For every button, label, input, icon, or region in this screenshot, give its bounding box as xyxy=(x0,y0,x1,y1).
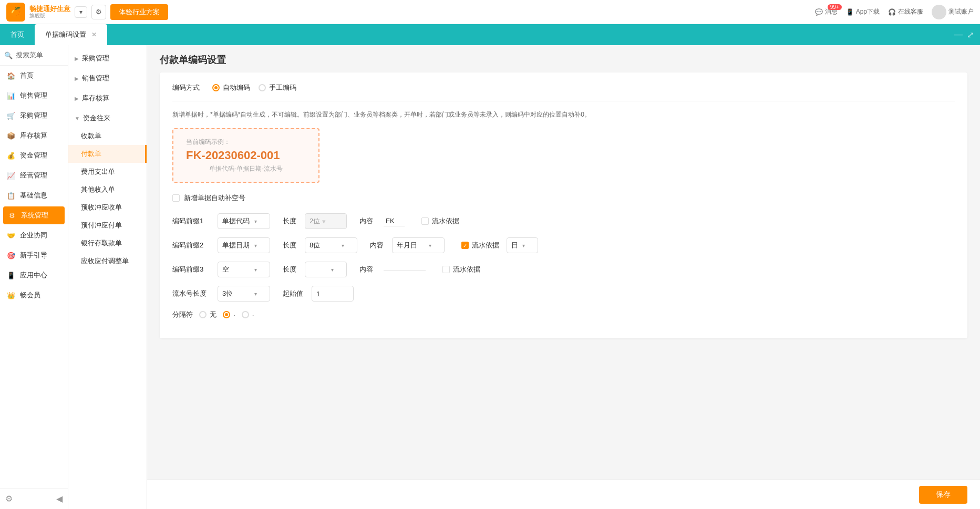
prefix1-arrow-icon: ▾ xyxy=(254,219,257,224)
purchase-icon: 🛒 xyxy=(6,111,16,120)
sep-dot2-option[interactable]: · xyxy=(242,311,254,319)
length1-value: 2位 xyxy=(310,216,320,226)
sidebar-item-operations[interactable]: 📈 经营管理 xyxy=(0,165,68,185)
footer-settings-icon[interactable]: ⚙ xyxy=(5,494,13,504)
user-avatar xyxy=(932,5,946,19)
sidebar-search[interactable]: 🔍 搜索菜单 xyxy=(0,45,68,66)
length1-input: 2位 ▾ xyxy=(305,213,347,229)
sub-item-bank[interactable]: 银行存取款单 xyxy=(68,234,147,252)
stream2-checkbox[interactable]: ✓ xyxy=(461,242,469,249)
stream2-period-select[interactable]: 日 ▾ xyxy=(507,237,538,253)
auto-encode-label: 自动编码 xyxy=(223,83,250,92)
sub-group-inventory: ▶ 库存核算 xyxy=(68,89,147,107)
prefix-row-3: 编码前缀3 空 ▾ 长度 ▾ 内容 流水依据 xyxy=(172,262,955,277)
app-download-button[interactable]: 📱 App下载 xyxy=(846,7,880,16)
auto-encode-radio[interactable] xyxy=(212,84,220,91)
industry-button[interactable]: 体验行业方案 xyxy=(110,4,168,20)
tab-encode-settings[interactable]: 单据编码设置 ✕ xyxy=(35,24,107,45)
sep-none-radio[interactable] xyxy=(199,311,207,318)
sidebar-item-enterprise[interactable]: 🤝 企业协同 xyxy=(0,225,68,245)
user-area[interactable]: 测试账户 xyxy=(932,5,974,19)
prefix3-select[interactable]: 空 ▾ xyxy=(218,262,270,277)
prefix1-select[interactable]: 单据代码 ▾ xyxy=(218,213,270,229)
service-button[interactable]: 🎧 在线客服 xyxy=(888,7,923,16)
encode-radio-group: 自动编码 手工编码 xyxy=(212,83,296,92)
tab-home[interactable]: 首页 xyxy=(0,24,35,45)
search-label: 搜索菜单 xyxy=(16,50,43,60)
auto-fill-checkbox[interactable] xyxy=(172,194,180,202)
stream1-label: 流水依据 xyxy=(432,216,459,226)
sidebar-assets-label: 资金管理 xyxy=(20,151,47,160)
sep-none-option[interactable]: 无 xyxy=(199,310,216,319)
tab-actions: — ⤢ xyxy=(954,30,980,40)
sidebar-item-sales[interactable]: 📊 销售管理 xyxy=(0,86,68,106)
stream1-row: 流水依据 xyxy=(421,216,459,226)
content2-value: 年月日 xyxy=(397,241,417,250)
content-area: 付款单编码设置 编码方式 自动编码 手工编码 新增单据时，*单据编码 xyxy=(147,45,980,509)
sub-group-sales-header[interactable]: ▶ 销售管理 xyxy=(68,69,147,87)
maximize-icon[interactable]: ⤢ xyxy=(967,30,974,40)
sidebar-basic-label: 基础信息 xyxy=(20,191,47,200)
sub-item-expense[interactable]: 费用支出单 xyxy=(68,163,147,181)
brand-text: 畅捷通好生意 旗舰版 xyxy=(29,5,70,19)
sep-dot2-radio[interactable] xyxy=(242,311,249,318)
brand-name: 畅捷通好生意 xyxy=(29,5,70,13)
manual-encode-option[interactable]: 手工编码 xyxy=(259,83,296,92)
sidebar-item-home[interactable]: 🏠 首页 xyxy=(0,66,68,86)
company-dropdown[interactable]: ▾ xyxy=(75,6,87,18)
sidebar-item-apps[interactable]: 📱 应用中心 xyxy=(0,265,68,285)
stream1-checkbox[interactable] xyxy=(421,217,429,225)
prefix-row-2: 编码前缀2 单据日期 ▾ 长度 8位 ▾ 内容 年月日 ▾ ✓ 流水依据 xyxy=(172,237,955,253)
sub-group-purchase-header[interactable]: ▶ 采购管理 xyxy=(68,49,147,67)
preview-label: 当前编码示例： xyxy=(186,138,306,147)
sidebar-item-guide[interactable]: 🎯 新手引导 xyxy=(0,245,68,265)
sub-group-funds-header[interactable]: ▼ 资金往来 xyxy=(68,109,147,127)
prefix1-value: 单据代码 xyxy=(222,216,250,226)
sidebar-item-assets[interactable]: 💰 资金管理 xyxy=(0,146,68,165)
sidebar-item-system[interactable]: ⚙ 系统管理 xyxy=(3,206,65,224)
sub-item-other-income[interactable]: 其他收入单 xyxy=(68,181,147,199)
info-text: 新增单据时，*单据编码*自动生成，不可编辑。前缀设置为部门、业务员等档案类，开单… xyxy=(172,110,955,120)
serial-length-select[interactable]: 3位 ▾ xyxy=(218,286,270,302)
sub-item-payment[interactable]: 付款单 xyxy=(68,145,147,163)
system-icon: ⚙ xyxy=(7,211,17,220)
length2-select[interactable]: 8位 ▾ xyxy=(305,237,357,253)
sidebar-item-basic[interactable]: 📋 基础信息 xyxy=(0,185,68,205)
sidebar-item-member[interactable]: 👑 畅会员 xyxy=(0,285,68,305)
sub-group-inventory-header[interactable]: ▶ 库存核算 xyxy=(68,89,147,107)
save-button[interactable]: 保存 xyxy=(919,486,967,504)
length3-select[interactable]: ▾ xyxy=(305,262,347,277)
page-title: 付款单编码设置 xyxy=(160,54,967,66)
tab-close-icon[interactable]: ✕ xyxy=(91,31,97,38)
minimize-icon[interactable]: — xyxy=(954,30,963,39)
length3-arrow-icon: ▾ xyxy=(331,267,334,273)
sub-item-receipt[interactable]: 收款单 xyxy=(68,127,147,145)
topbar-settings-button[interactable]: ⚙ xyxy=(91,5,106,19)
prefix2-select[interactable]: 单据日期 ▾ xyxy=(218,237,270,253)
manual-encode-label: 手工编码 xyxy=(269,83,296,92)
sep-dot1-option[interactable]: · xyxy=(223,311,235,319)
serial-row: 流水号长度 3位 ▾ 起始值 1 xyxy=(172,286,955,302)
sub-item-adjust[interactable]: 应收应付调整单 xyxy=(68,252,147,270)
auto-encode-option[interactable]: 自动编码 xyxy=(212,83,250,92)
manual-encode-radio[interactable] xyxy=(259,84,266,91)
sidebar-item-inventory[interactable]: 📦 库存核算 xyxy=(0,126,68,146)
message-button[interactable]: 💬 消息 99+ xyxy=(815,7,838,16)
stream3-checkbox[interactable] xyxy=(442,266,450,273)
serial-length-label: 流水号长度 xyxy=(172,289,209,298)
sep-dot1-radio[interactable] xyxy=(223,311,230,318)
content-card: 编码方式 自动编码 手工编码 新增单据时，*单据编码*自动生成，不可编辑。前缀设… xyxy=(160,72,967,338)
auto-fill-row: 新增单据自动补空号 xyxy=(172,193,955,203)
content3-value xyxy=(384,268,426,271)
sidebar-item-purchase[interactable]: 🛒 采购管理 xyxy=(0,106,68,126)
footer-collapse-icon[interactable]: ◀ xyxy=(56,494,63,504)
gear-icon: ⚙ xyxy=(96,8,102,16)
content-header: 付款单编码设置 xyxy=(147,45,980,72)
sub-item-pre-receipt[interactable]: 预收冲应收单 xyxy=(68,199,147,216)
arrow-right-icon3: ▶ xyxy=(75,96,79,101)
serial-length-arrow-icon: ▾ xyxy=(254,291,257,297)
sales-icon: 📊 xyxy=(6,91,16,100)
serial-start-input[interactable]: 1 xyxy=(312,286,354,302)
sub-item-pre-payment[interactable]: 预付冲应付单 xyxy=(68,216,147,234)
content2-select[interactable]: 年月日 ▾ xyxy=(392,237,445,253)
